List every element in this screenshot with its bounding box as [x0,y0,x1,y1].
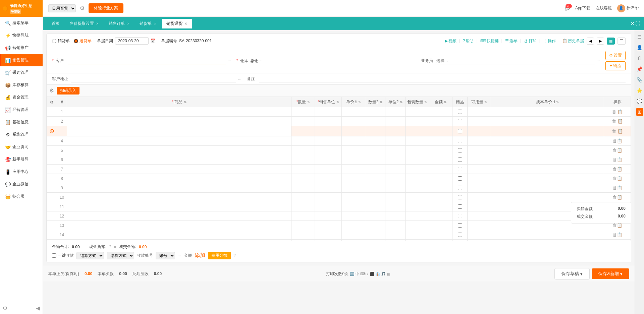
qty2-cell-2[interactable] [365,117,385,126]
gift-checkbox-9[interactable] [458,186,462,190]
goods-cell-3[interactable] [67,126,291,136]
qty-cell-3[interactable] [291,126,315,136]
available-cell-3[interactable] [468,126,491,136]
copy-row-button-8[interactable]: 📋 [617,176,622,181]
pkg-qty-cell-3[interactable] [406,126,429,136]
qty2-cell-3[interactable] [365,126,385,136]
tab-close-icon[interactable]: ✕ [127,22,129,25]
gear-table-icon[interactable]: ⚙ [49,87,54,94]
available-cell-2[interactable] [468,117,491,126]
gift-checkbox-13[interactable] [458,223,462,228]
sidebar-item-search-menu[interactable]: 🔍 搜索菜单 [0,17,43,29]
calc-method-select[interactable]: 结算方式 [107,252,134,259]
delete-row-button-7[interactable]: 🗑 [612,167,617,172]
sidebar-item-purchase-mgmt[interactable]: 🛒 采购管理 [0,66,43,79]
qty-cell-1[interactable] [291,107,315,117]
goods-cell-1[interactable] [67,107,291,117]
industry-dropdown[interactable]: 日用百货 [48,4,76,12]
sidebar-item-marketing[interactable]: 📢 营销推广 [0,42,43,54]
copy-row-button-3[interactable]: 📋 [618,129,623,134]
add-row-cell[interactable]: ⊕ [47,126,57,136]
tab-sales-shipment[interactable]: 销货单 ✕ [135,19,161,28]
rs-icon-2[interactable]: 👤 [635,44,644,52]
gift-checkbox-5[interactable] [458,148,462,152]
sidebar-item-new-guide[interactable]: 🎯 新手引导 [0,153,43,166]
tab-expand-button[interactable]: ⛶ [635,21,640,26]
tab-sales-return[interactable]: 销货退货 ✕ [162,19,192,28]
sidebar-item-changhui[interactable]: 👑 畅会员 [0,190,43,203]
tab-close-icon[interactable]: ✕ [96,22,99,25]
gift-checkbox-1[interactable] [458,110,462,114]
warehouse-dots-button[interactable]: ··· [260,58,264,63]
one-click-pay-checkbox-label[interactable]: 一键收款 [52,253,74,258]
sidebar-item-quick-nav[interactable]: ⚡ 快捷导航 [0,29,43,42]
next-record-button[interactable]: ▶ [597,38,604,45]
gift-checkbox-8[interactable] [458,176,462,181]
tab-close-all-button[interactable]: ✕ [631,21,635,26]
gift-checkbox-10[interactable] [458,195,462,199]
topbar-gear-icon[interactable]: ⚙ [80,5,85,11]
copy-row-button-14[interactable]: 📋 [617,232,622,237]
unit2-cell-2[interactable] [385,117,406,126]
operation-action[interactable]: ⋮ 操作 [543,38,556,44]
delete-row-button-2[interactable]: 🗑 [612,119,616,124]
salesperson-dots-button[interactable]: ··· [597,58,600,63]
gift-checkbox-11[interactable] [458,204,462,209]
copy-row-button-7[interactable]: 📋 [617,167,622,172]
amount-cell-2[interactable] [429,117,452,126]
sale-unit-cell-2[interactable] [315,117,342,126]
gift-cell-2[interactable] [452,117,468,126]
rs-icon-7[interactable]: 💬 [635,97,644,105]
delete-row-button-5[interactable]: 🗑 [612,148,617,153]
video-action[interactable]: ▶ 视频 [445,38,457,44]
print-action[interactable]: 🖨 打印 [524,38,537,44]
goods-input-3[interactable] [68,129,290,133]
amount-cell-3[interactable] [429,126,452,136]
online-service-link[interactable]: 在线客服 [596,5,612,11]
rs-icon-4[interactable]: 📌 [635,65,644,73]
pkg-qty-cell-2[interactable] [406,117,429,126]
delete-row-button-4[interactable]: 🗑 [612,138,617,143]
tab-home[interactable]: 首页 [47,19,64,28]
delete-row-button-1[interactable]: 🗑 [612,109,616,114]
delete-row-button-8[interactable]: 🗑 [612,176,617,181]
add-row-icon[interactable]: ⊕ [49,128,54,134]
delete-row-button-14[interactable]: 🗑 [612,232,617,237]
gift-checkbox-7[interactable] [458,167,462,171]
gift-checkbox-14[interactable] [458,233,462,237]
tab-sale-price-setting[interactable]: 售价提取设置 ✕ [65,19,103,28]
address-input[interactable] [71,75,236,82]
sidebar-item-sales-mgmt[interactable]: 📊 销售管理 [0,54,43,66]
gift-checkbox-4[interactable] [458,139,462,143]
pkg-qty-cell-1[interactable] [406,107,429,117]
shipment-radio[interactable] [52,39,56,43]
rs-icon-3[interactable]: 🗒 [636,54,643,62]
copy-row-button-6[interactable]: 📋 [617,157,622,162]
industry-selector[interactable]: 日用百货 [48,4,76,12]
gift-checkbox-12[interactable] [458,214,462,218]
help-action[interactable]: ? 帮助 [463,38,474,44]
select-action[interactable]: ☰ 选单 [505,38,518,44]
account-select[interactable]: 账号 [156,252,175,259]
copy-row-button-4[interactable]: 📋 [617,138,622,143]
col-settings-icon[interactable]: ⚙ [50,100,54,105]
available-cell-1[interactable] [468,107,491,117]
sidebar-item-basic-info[interactable]: 📋 基础信息 [0,116,43,128]
gift-checkbox-6[interactable] [458,158,462,162]
sidebar-collapse-button[interactable]: ◀ [36,305,40,311]
unit2-cell-3[interactable] [385,126,406,136]
customer-input[interactable] [68,57,226,64]
delete-row-button-6[interactable]: 🗑 [612,157,617,162]
logistics-button[interactable]: + 物流 [605,61,626,70]
sale-unit-cell-1[interactable] [315,107,342,117]
list-view-button[interactable]: ☰ [618,38,626,45]
gift-cell-3[interactable] [452,126,468,136]
salesperson-input[interactable] [435,57,595,64]
rs-icon-1[interactable]: ☰ [636,33,643,41]
unit-price-cell-1[interactable] [342,107,365,117]
rs-icon-6[interactable]: ⭐ [635,86,644,95]
sidebar-item-system-mgmt[interactable]: ⚙ 系统管理 [0,128,43,141]
delete-row-button-13[interactable]: 🗑 [612,223,617,228]
sidebar-item-finance-mgmt[interactable]: 💰 资金管理 [0,91,43,104]
address-dots-button[interactable]: ··· [238,77,241,81]
